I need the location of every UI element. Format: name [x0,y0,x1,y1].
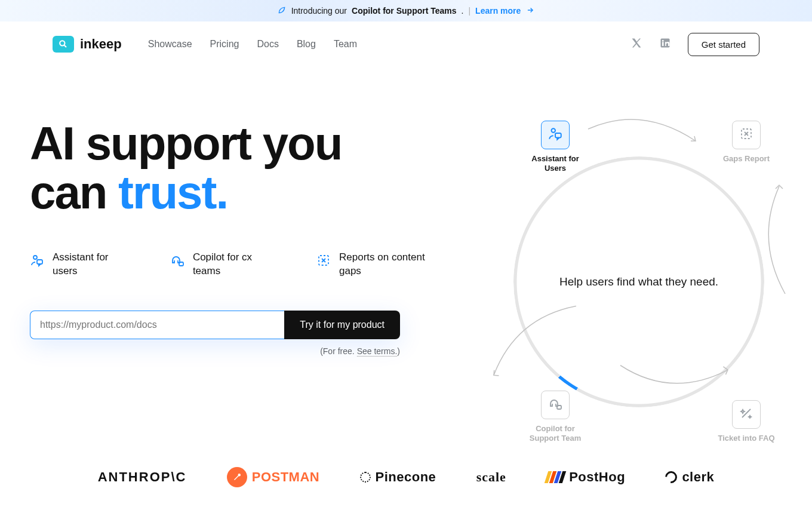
lifecycle-wheel: Help users find what they need. Assistan… [448,103,782,401]
logo-clerk: clerk [665,469,714,485]
site-header: inkeep Showcase Pricing Docs Blog Team G… [0,21,812,67]
nav-team[interactable]: Team [334,39,357,50]
linkedin-icon[interactable] [659,37,671,51]
assistant-icon [30,253,44,270]
svg-point-12 [238,474,240,476]
logo-posthog: PostHog [546,469,625,485]
nav-pricing[interactable]: Pricing [210,39,239,50]
wheel-node-assistant[interactable]: Assistant for Users [513,121,597,174]
get-started-button[interactable]: Get started [688,33,759,56]
arc-arrow-icon [761,180,797,302]
cta-terms: (For free. See terms.) [30,346,400,356]
svg-rect-6 [179,262,183,266]
logo-mark-icon [53,36,74,53]
assistant-icon [548,126,563,144]
rocket-icon [277,5,287,17]
banner-sep: | [468,6,470,16]
logo-pinecone: Pinecone [360,469,436,485]
feature-assistant: Assistant for users [30,251,134,278]
hero-section: AI support you can trust. Assistant for … [0,67,812,401]
wheel-node-gaps[interactable]: Gaps Report [705,121,788,164]
reports-icon [316,253,331,270]
clerk-mark-icon [663,469,679,486]
announcement-banner: Introducing our Copilot for Support Team… [0,0,812,21]
copilot-icon [170,253,184,270]
svg-point-8 [552,128,556,133]
feature-reports: Reports on content gaps [316,251,436,278]
arrow-right-icon [525,6,535,16]
banner-learn-more[interactable]: Learn more [475,6,521,16]
gaps-icon [739,127,753,143]
nav-blog[interactable]: Blog [297,39,316,50]
svg-point-0 [60,41,64,45]
feature-list: Assistant for users Copilot for cx teams… [30,251,436,278]
x-social-icon[interactable] [630,37,642,51]
wheel-node-copilot[interactable]: Copilot for Support Team [513,391,597,444]
nav-docs[interactable]: Docs [257,39,278,50]
copilot-icon [548,397,562,413]
svg-rect-5 [37,260,42,264]
customer-logos: ANTHROP\C POSTMAN Pinecone scale PostHog… [0,467,812,487]
docs-url-input[interactable] [30,311,284,339]
postman-mark-icon [227,467,247,487]
cta-form: Try it for my product [30,311,400,339]
nav-showcase[interactable]: Showcase [148,39,192,50]
magic-wand-icon [739,406,753,423]
feature-text: Copilot for cx teams [193,251,281,278]
svg-rect-11 [557,406,561,409]
logo-postman: POSTMAN [227,467,320,487]
svg-rect-2 [662,42,664,46]
main-nav: Showcase Pricing Docs Blog Team [148,39,357,50]
feature-text: Reports on content gaps [339,251,436,278]
svg-rect-9 [555,133,561,138]
feature-copilot: Copilot for cx teams [170,251,281,278]
svg-rect-3 [662,40,664,42]
try-product-button[interactable]: Try it for my product [284,311,400,339]
site-logo[interactable]: inkeep [53,36,122,53]
see-terms-link[interactable]: See terms. [357,346,398,357]
hero-heading: AI support you can trust. [30,103,436,217]
brand-text: inkeep [80,36,122,52]
posthog-mark-icon [546,471,564,483]
banner-intro: Introducing our [291,6,347,16]
pinecone-mark-icon [360,472,371,483]
arc-arrow-icon [582,111,702,149]
logo-anthropic: ANTHROP\C [98,469,187,485]
wheel-node-ticket[interactable]: Ticket into FAQ [705,400,788,443]
feature-text: Assistant for users [53,251,134,278]
svg-point-4 [33,256,37,259]
logo-scale: scale [476,469,506,485]
banner-product: Copilot for Support Teams [352,6,457,16]
